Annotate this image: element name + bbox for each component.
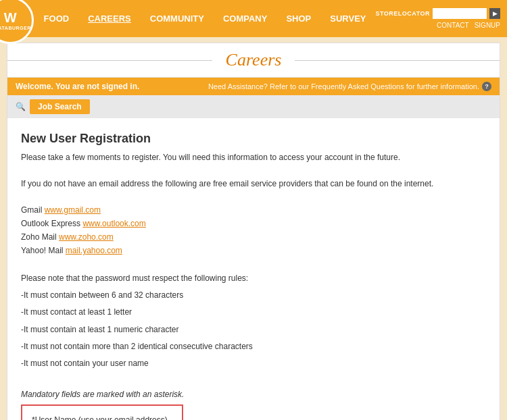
store-locator-row: STORELOCATOR ▶ [375,8,500,19]
nav-shop[interactable]: SHOP [276,14,320,24]
rule-5: -It must not contain your user name [21,357,486,370]
store-locator-input[interactable] [433,8,487,19]
mandatory-note: Mandatory fields are marked with an aste… [21,388,486,400]
outlook-link: Outlook Express www.outlook.com [21,217,486,230]
rule-1: -It must contain between 6 and 32 charac… [21,289,486,302]
main-content: New User Registration Please take a few … [7,118,500,420]
yahoo-url[interactable]: mail.yahoo.com [66,246,122,255]
email-intro: If you do not have an email address the … [21,178,486,190]
zoho-link: Zoho Mail www.zoho.com [21,231,486,243]
header-links: CONTACT SIGNUP [437,22,500,29]
yahoo-link: Yahoo! Mail mail.yahoo.com [21,244,486,257]
store-locator-button[interactable]: ▶ [489,8,500,19]
nav-survey[interactable]: SURVEY [320,14,375,24]
assistance-text: Need Assistance? Refer to our Frequently… [208,82,479,90]
rules-title: Please note that the password must respe… [21,272,486,285]
logo-w: W [0,10,31,26]
zoho-url[interactable]: www.zoho.com [59,232,114,242]
email-providers: Gmail www.gmail.com Outlook Express www.… [21,204,486,257]
nav-food[interactable]: FOOD [34,14,79,24]
job-search-button[interactable]: Job Search [30,99,90,114]
contact-link[interactable]: CONTACT [437,22,469,29]
password-rules: Please note that the password must respe… [21,272,486,370]
registration-intro: Please take a few moments to register. Y… [21,151,486,163]
careers-title-bar: Careers [7,43,500,78]
welcome-bar: Welcome. You are not signed in. Need Ass… [7,78,500,95]
job-search-bar: 🔍 Job Search [7,95,500,118]
store-locator-label: STORELOCATOR [375,10,430,17]
welcome-text: Welcome. You are not signed in. [16,82,139,91]
username-group: *User Name (use your email address) [32,415,172,420]
assistance-area: Need Assistance? Refer to our Frequently… [208,82,491,91]
rule-3: -It must contain at least 1 numeric char… [21,323,486,336]
main-nav: FOOD CAREERS COMMUNITY COMPANY SHOP SURV… [21,14,376,24]
gmail-url[interactable]: www.gmail.com [45,205,101,215]
rule-4: -It must not contain more than 2 identic… [21,340,486,353]
username-label: *User Name (use your email address) [32,415,172,420]
gmail-link: Gmail www.gmail.com [21,204,486,216]
search-icon: 🔍 [16,102,26,111]
form-section: *User Name (use your email address) *Pas… [21,404,486,420]
help-icon[interactable]: ? [482,82,491,91]
header-right: STORELOCATOR ▶ CONTACT SIGNUP [375,8,507,29]
nav-careers[interactable]: CAREERS [78,14,141,24]
outlook-url[interactable]: www.outlook.com [82,219,145,228]
registration-form: *User Name (use your email address) *Pas… [21,404,183,420]
rule-2: -It must contact at least 1 letter [21,306,486,319]
nav-company[interactable]: COMPANY [214,14,276,24]
signup-link[interactable]: SIGNUP [475,22,500,29]
nav-community[interactable]: COMMUNITY [141,14,214,24]
logo: W WHATABURGER [0,0,34,44]
registration-title: New User Registration [21,132,486,146]
main-wrapper: Careers Welcome. You are not signed in. … [7,43,500,420]
logo-brand: WHATABURGER [0,26,31,30]
header: W WHATABURGER FOOD CAREERS COMMUNITY COM… [0,0,507,37]
careers-title: Careers [212,50,295,70]
